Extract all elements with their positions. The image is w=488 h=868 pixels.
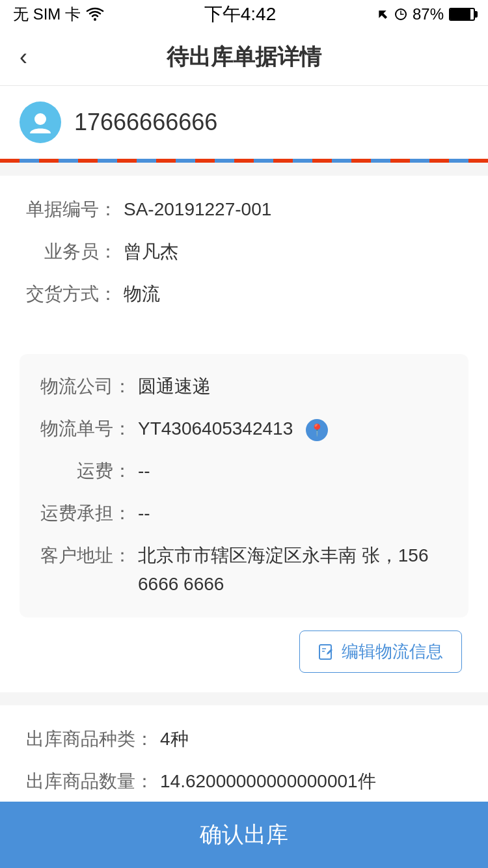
logistics-card: 物流公司： 圆通速递 物流单号： YT4306405342413 📍 运费： -… <box>20 354 468 617</box>
goods-types-label: 出库商品种类： <box>26 725 154 754</box>
page-title: 待出库单据详情 <box>167 42 321 72</box>
freight-bearer-row: 运费承担： -- <box>40 499 448 528</box>
nav-bar: ‹ 待出库单据详情 <box>0 29 488 86</box>
user-icon <box>28 110 53 135</box>
freight-bearer-value: -- <box>138 499 448 528</box>
goods-quantity-label: 出库商品数量： <box>26 767 154 796</box>
freight-label: 运费： <box>40 457 131 486</box>
confirm-btn-wrap: 确认出库 <box>0 802 488 868</box>
freight-row: 运费： -- <box>40 457 448 486</box>
sales-person-value: 曾凡杰 <box>124 237 462 267</box>
logistics-company-row: 物流公司： 圆通速递 <box>40 372 448 401</box>
sales-person-row: 业务员： 曾凡杰 <box>26 237 462 267</box>
goods-types-row: 出库商品种类： 4种 <box>26 725 462 754</box>
logistics-section: 物流公司： 圆通速递 物流单号： YT4306405342413 📍 运费： -… <box>0 328 488 617</box>
address-row: 客户地址： 北京市市辖区海淀区永丰南 张，156 6666 6666 <box>40 541 448 600</box>
order-info-section: 单据编号： SA-20191227-001 业务员： 曾凡杰 交货方式： 物流 <box>0 176 488 328</box>
dashed-divider <box>0 159 488 163</box>
status-bar: 无 SIM 卡 下午4:42 87% <box>0 0 488 29</box>
order-no-row: 单据编号： SA-20191227-001 <box>26 195 462 224</box>
carrier-label: 无 SIM 卡 <box>13 4 81 25</box>
tracking-no-value: YT4306405342413 📍 <box>138 414 448 444</box>
address-value: 北京市市辖区海淀区永丰南 张，156 6666 6666 <box>138 541 448 600</box>
status-time: 下午4:42 <box>204 2 277 27</box>
section-separator-1 <box>0 692 488 705</box>
delivery-method-label: 交货方式： <box>26 280 117 309</box>
edit-icon <box>318 644 335 660</box>
freight-value: -- <box>138 457 448 486</box>
wifi-icon <box>86 7 104 21</box>
svg-point-0 <box>94 18 96 21</box>
status-right: 87% <box>376 5 475 23</box>
logistics-company-label: 物流公司： <box>40 372 131 401</box>
customer-phone: 17666666666 <box>74 109 217 136</box>
avatar <box>20 102 61 143</box>
tracking-no-row: 物流单号： YT4306405342413 📍 <box>40 414 448 444</box>
battery-icon <box>449 8 475 21</box>
tracking-no-label: 物流单号： <box>40 414 131 444</box>
status-left: 无 SIM 卡 <box>13 4 104 25</box>
delivery-method-row: 交货方式： 物流 <box>26 280 462 309</box>
map-pin-icon[interactable]: 📍 <box>306 419 328 441</box>
goods-quantity-value: 14.62000000000000001件 <box>160 767 462 796</box>
edit-btn-row: 编辑物流信息 <box>0 617 488 692</box>
order-no-value: SA-20191227-001 <box>124 195 462 224</box>
delivery-method-value: 物流 <box>124 280 462 309</box>
confirm-button[interactable]: 确认出库 <box>200 820 288 850</box>
battery-percent: 87% <box>413 5 444 23</box>
customer-header: 17666666666 <box>0 86 488 159</box>
order-no-label: 单据编号： <box>26 195 117 224</box>
location-icon <box>376 8 389 21</box>
goods-types-value: 4种 <box>160 725 462 754</box>
goods-quantity-row: 出库商品数量： 14.62000000000000001件 <box>26 767 462 796</box>
clock-icon <box>394 8 407 21</box>
address-label: 客户地址： <box>40 541 131 571</box>
sales-person-label: 业务员： <box>26 237 117 267</box>
freight-bearer-label: 运费承担： <box>40 499 131 528</box>
svg-point-4 <box>34 113 46 125</box>
goods-section: 出库商品种类： 4种 出库商品数量： 14.62000000000000001件 <box>0 705 488 816</box>
back-button[interactable]: ‹ <box>20 44 27 71</box>
logistics-company-value: 圆通速递 <box>138 372 448 401</box>
edit-logistics-button[interactable]: 编辑物流信息 <box>299 631 462 673</box>
